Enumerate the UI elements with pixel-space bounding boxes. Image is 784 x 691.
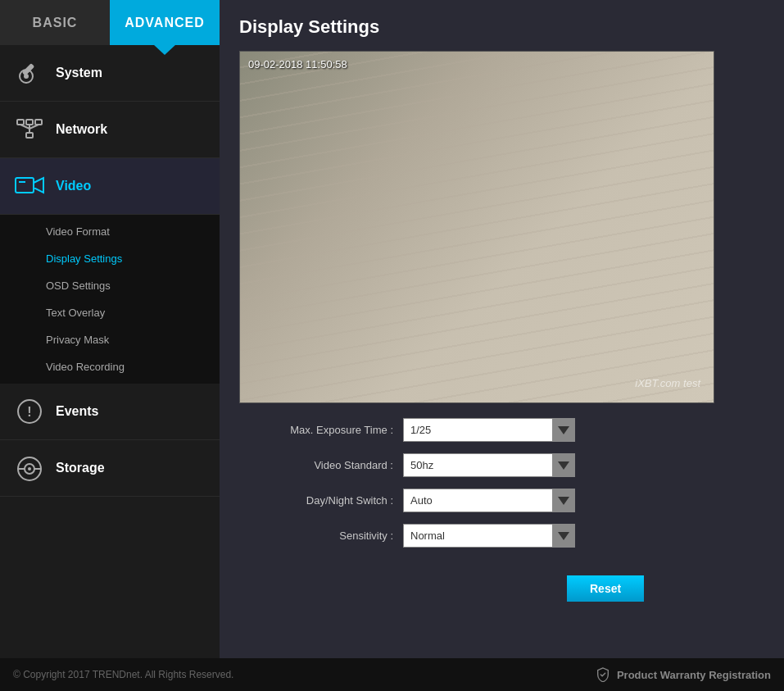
label-sensitivity: Sensitivity :	[239, 530, 403, 542]
sidebar-item-video[interactable]: Video	[0, 158, 220, 215]
events-icon: !	[13, 395, 46, 428]
sidebar-item-events[interactable]: ! Events	[0, 384, 220, 440]
svg-rect-12	[19, 181, 25, 183]
select-wrapper-video-standard: 50hz 60hz	[403, 453, 575, 477]
label-video-standard: Video Standard :	[239, 459, 403, 471]
submenu-text-overlay[interactable]: Text Overlay	[0, 299, 220, 326]
system-label: System	[56, 66, 102, 80]
label-day-night: Day/Night Switch :	[239, 494, 403, 507]
network-label: Network	[56, 122, 107, 137]
svg-rect-4	[26, 120, 33, 125]
settings-form: Max. Exposure Time : 1/25 1/50 1/100	[239, 418, 784, 602]
form-row-day-night: Day/Night Switch : Auto Day Night	[239, 489, 778, 512]
footer: © Copyright 2017 TRENDnet. All Rights Re…	[0, 658, 784, 691]
form-fields: Max. Exposure Time : 1/25 1/50 1/100	[239, 418, 778, 559]
shield-icon	[596, 667, 610, 682]
form-row-sensitivity: Sensitivity : Normal Low High	[239, 524, 778, 548]
select-day-night[interactable]: Auto Day Night	[403, 489, 575, 512]
svg-point-2	[24, 74, 29, 79]
camera-watermark: iXBT.com test	[635, 377, 700, 389]
reset-button[interactable]: Reset	[567, 575, 644, 602]
network-icon	[13, 113, 46, 146]
svg-rect-10	[16, 178, 34, 193]
select-wrapper-sensitivity: Normal Low High	[403, 524, 575, 548]
sidebar: BASIC ADVANCED System	[0, 0, 220, 658]
storage-icon	[13, 452, 46, 484]
page-title: Display Settings	[239, 16, 764, 38]
select-video-standard[interactable]: 50hz 60hz	[403, 453, 575, 477]
select-exposure[interactable]: 1/25 1/50 1/100	[403, 418, 575, 442]
top-tabs: BASIC ADVANCED	[0, 0, 220, 45]
footer-warranty[interactable]: Product Warranty Registration	[596, 667, 771, 682]
submenu-privacy-mask[interactable]: Privacy Mask	[0, 326, 220, 353]
submenu-video-format[interactable]: Video Format	[0, 218, 220, 245]
video-label: Video	[56, 179, 91, 193]
tab-basic[interactable]: BASIC	[0, 0, 110, 45]
events-label: Events	[56, 404, 98, 419]
form-row-video-standard: Video Standard : 50hz 60hz	[239, 453, 778, 477]
submenu-osd-settings[interactable]: OSD Settings	[0, 272, 220, 299]
svg-point-17	[28, 467, 31, 471]
app-container: BASIC ADVANCED System	[0, 0, 784, 691]
video-submenu: Video Format Display Settings OSD Settin…	[0, 215, 220, 384]
sidebar-item-storage[interactable]: Storage	[0, 440, 220, 497]
svg-rect-3	[17, 120, 24, 125]
select-sensitivity[interactable]: Normal Low High	[403, 524, 575, 548]
submenu-display-settings[interactable]: Display Settings	[0, 245, 220, 272]
camera-timestamp: 09-02-2018 11:50:58	[248, 58, 347, 70]
sidebar-item-system[interactable]: System	[0, 45, 220, 102]
svg-marker-11	[34, 178, 43, 193]
system-icon	[13, 57, 46, 89]
svg-rect-6	[26, 133, 33, 138]
reset-button-wrapper: Reset	[403, 569, 784, 602]
sidebar-item-network[interactable]: Network	[0, 102, 220, 158]
form-row-exposure: Max. Exposure Time : 1/25 1/50 1/100	[239, 418, 778, 442]
tab-advanced[interactable]: ADVANCED	[110, 0, 220, 45]
select-wrapper-day-night: Auto Day Night	[403, 489, 575, 512]
submenu-video-recording[interactable]: Video Recording	[0, 353, 220, 380]
content-area: Display Settings 09-02-2018 11:50:58 iXB…	[220, 0, 784, 658]
select-wrapper-exposure: 1/25 1/50 1/100	[403, 418, 575, 442]
svg-text:!: !	[27, 405, 31, 419]
warranty-text: Product Warranty Registration	[617, 669, 771, 681]
label-exposure: Max. Exposure Time :	[239, 424, 403, 436]
main-content: BASIC ADVANCED System	[0, 0, 784, 658]
camera-preview: 09-02-2018 11:50:58 iXBT.com test	[239, 51, 714, 403]
video-icon	[13, 170, 46, 202]
storage-label: Storage	[56, 461, 105, 475]
svg-rect-5	[35, 120, 42, 125]
footer-copyright: © Copyright 2017 TRENDnet. All Rights Re…	[13, 669, 233, 680]
